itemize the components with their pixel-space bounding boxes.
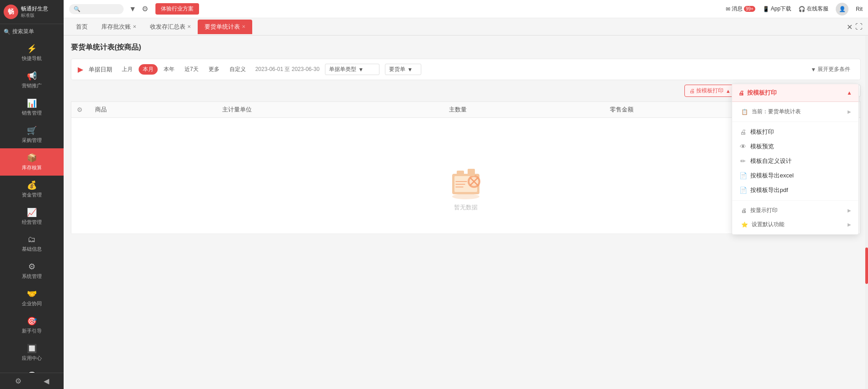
type-select[interactable]: 单据单类型 ▼: [325, 64, 379, 75]
sidebar-item-cooperation[interactable]: 🤝 企业协同: [0, 284, 64, 312]
sidebar-item-marketing[interactable]: 📢 营销推广: [0, 66, 64, 94]
sales-icon: 📊: [27, 98, 37, 108]
wecom-icon: 💬: [27, 371, 37, 373]
table-settings-icon[interactable]: ⚙: [77, 106, 83, 113]
dropdown-item-export-excel[interactable]: 📄 按模板导出excel: [732, 168, 858, 183]
tab-home[interactable]: 首页: [69, 20, 95, 34]
sidebar: 畅 畅通好生意 标准版 🔍 搜索菜单 ⚡ 快捷导航 📢 营销推广 📊 销售管理 …: [0, 0, 64, 389]
date-btn-more[interactable]: 更多: [205, 64, 224, 75]
dropdown-item-template-design[interactable]: ✏ 模板自定义设计: [732, 154, 858, 168]
svg-point-0: [452, 194, 479, 199]
sidebar-item-sales[interactable]: 📊 销售管理: [0, 94, 64, 121]
date-btn-7days[interactable]: 近7天: [180, 64, 203, 75]
operation-label: 经营管理: [22, 219, 42, 226]
tab-close-order-stats[interactable]: ✕: [242, 24, 245, 29]
dropdown-current-section: 📋 当前：要货单统计表 ▶: [732, 102, 858, 122]
system-label: 系统管理: [22, 273, 42, 280]
online-service-btn[interactable]: 🎧 在线客服: [798, 5, 828, 13]
sidebar-search[interactable]: 🔍 搜索菜单: [0, 24, 64, 39]
print-btn[interactable]: 🖨 按模板打印 ▲: [684, 85, 736, 97]
marketing-icon: 📢: [27, 71, 37, 81]
right-scrollbar[interactable]: [865, 35, 868, 389]
yaohuo-select[interactable]: 要货单 ▼: [385, 64, 421, 75]
window-maximize-btn[interactable]: ⛶: [855, 22, 863, 31]
marketing-label: 营销推广: [22, 82, 42, 89]
date-btn-last-month[interactable]: 上月: [118, 64, 137, 75]
sidebar-item-finance[interactable]: 💰 资金管理: [0, 176, 64, 203]
dropdown-title: 🖨 按模板打印: [738, 89, 777, 97]
template-preview-icon: 👁: [739, 143, 747, 150]
dropdown-item-export-pdf[interactable]: 📄 按模板导出pdf: [732, 183, 858, 197]
dropdown-display-section: 🖨 按显示打印 ▶ ⭐ 设置默认功能 ▶: [732, 201, 858, 234]
messages-btn[interactable]: ✉ 消息 99+: [726, 5, 755, 13]
date-btn-custom[interactable]: 自定义: [225, 64, 250, 75]
dropdown-item-template-print[interactable]: 🖨 模板打印: [732, 125, 858, 139]
expand-conditions-btn[interactable]: ▼ 展开更多条件: [807, 64, 854, 75]
date-btn-this-month[interactable]: 本月: [139, 64, 158, 75]
export-pdf-icon: 📄: [739, 187, 747, 194]
tab-order-stats[interactable]: 要货单统计表 ✕: [198, 20, 252, 34]
col-quantity: 主数量: [444, 102, 604, 118]
print-icon: 🖨: [689, 88, 695, 94]
sidebar-bottom: ⚙ ◀: [0, 373, 64, 389]
sidebar-item-newbie[interactable]: 🎯 新手引导: [0, 312, 64, 339]
logo-icon: 畅: [4, 5, 18, 19]
tab-close-batch-account[interactable]: ✕: [133, 24, 136, 29]
dropdown-collapse-icon[interactable]: ▲: [847, 90, 852, 96]
app-download-btn[interactable]: 📱 App下载: [763, 5, 791, 13]
trial-btn[interactable]: 体验行业方案: [155, 3, 199, 15]
topbar-gear-icon[interactable]: ▼: [129, 5, 136, 13]
empty-text: 暂无数据: [454, 203, 478, 212]
date-filter-label: 单据日期: [89, 66, 112, 74]
dropdown-default-func[interactable]: ⭐ 设置默认功能 ▶: [732, 217, 858, 232]
topbar-settings-icon[interactable]: ⚙: [142, 5, 148, 13]
filter-row-1: ▶ 单据日期 上月 本月 本年 近7天 更多 自定义 2023-06-01 至 …: [78, 64, 854, 75]
sidebar-item-basic[interactable]: 🗂 基础信息: [0, 230, 64, 257]
dropdown-menu: 🖨 按模板打印 ▲ 📋 当前：要货单统计表 ▶ 🖨 模板打印: [732, 84, 859, 235]
date-btn-this-year[interactable]: 本年: [160, 64, 179, 75]
topbar-right: ✉ 消息 99+ 📱 App下载 🎧 在线客服 👤 Rit: [726, 3, 863, 15]
dropdown-header: 🖨 按模板打印 ▲: [732, 84, 858, 102]
tab-receipt-summary[interactable]: 收发存汇总表 ✕: [143, 20, 198, 34]
tab-batch-account[interactable]: 库存批次账 ✕: [95, 20, 143, 34]
print-header-icon: 🖨: [738, 90, 744, 96]
tab-close-receipt-summary[interactable]: ✕: [187, 24, 191, 29]
purchase-label: 采购管理: [22, 137, 42, 144]
finance-label: 资金管理: [22, 192, 42, 198]
operation-icon: 📈: [27, 207, 37, 217]
sidebar-item-wecom[interactable]: 💬 企业微信: [0, 366, 64, 373]
tabs-bar: 首页 库存批次账 ✕ 收发存汇总表 ✕ 要货单统计表 ✕ ✕ ⛶: [64, 18, 868, 35]
sidebar-item-purchase[interactable]: 🛒 采购管理: [0, 121, 64, 148]
dropdown-item-template-preview[interactable]: 👁 模板预览: [732, 139, 858, 154]
sidebar-item-quick-nav[interactable]: ⚡ 快捷导航: [0, 39, 64, 66]
date-range: 2023-06-01 至 2023-06-30: [255, 66, 319, 73]
settings-bottom-icon[interactable]: ⚙: [15, 377, 21, 385]
date-btns: 上月 本月 本年 近7天 更多 自定义: [118, 64, 250, 75]
filter-expand-icon[interactable]: ▶: [78, 65, 83, 74]
topbar-search-box[interactable]: 🔍: [69, 4, 124, 14]
yaohuo-arrow: ▼: [407, 66, 413, 73]
svg-rect-8: [468, 169, 475, 176]
newbie-label: 新手引导: [22, 328, 42, 334]
window-close-btn[interactable]: ✕: [847, 22, 853, 31]
apps-label: 应用中心: [22, 355, 42, 362]
topbar-search-icon: 🔍: [74, 6, 80, 12]
filter-area: ▶ 单据日期 上月 本月 本年 近7天 更多 自定义 2023-06-01 至 …: [71, 59, 861, 80]
dropdown-display-print[interactable]: 🖨 按显示打印 ▶: [732, 203, 858, 217]
collapse-icon[interactable]: ◀: [44, 377, 49, 385]
sidebar-nav: ⚡ 快捷导航 📢 营销推广 📊 销售管理 🛒 采购管理 📦 库存核算 💰 资金管…: [0, 39, 64, 373]
default-func-arrow: ▶: [848, 222, 851, 227]
apps-icon: 🔲: [27, 344, 37, 354]
sidebar-item-operation[interactable]: 📈 经营管理: [0, 203, 64, 230]
sidebar-item-apps[interactable]: 🔲 应用中心: [0, 339, 64, 366]
template-design-icon: ✏: [739, 157, 747, 165]
avatar[interactable]: 👤: [836, 3, 848, 15]
dropdown-current-item[interactable]: 📋 当前：要货单统计表 ▶: [732, 105, 858, 119]
sidebar-item-inventory[interactable]: 📦 库存核算: [0, 148, 64, 176]
cooperation-icon: 🤝: [27, 289, 37, 299]
scrollbar-thumb: [865, 248, 868, 284]
basic-icon: 🗂: [28, 235, 36, 244]
system-icon: ⚙: [28, 262, 35, 272]
sidebar-item-system[interactable]: ⚙ 系统管理: [0, 257, 64, 284]
download-icon: 📱: [763, 6, 769, 12]
